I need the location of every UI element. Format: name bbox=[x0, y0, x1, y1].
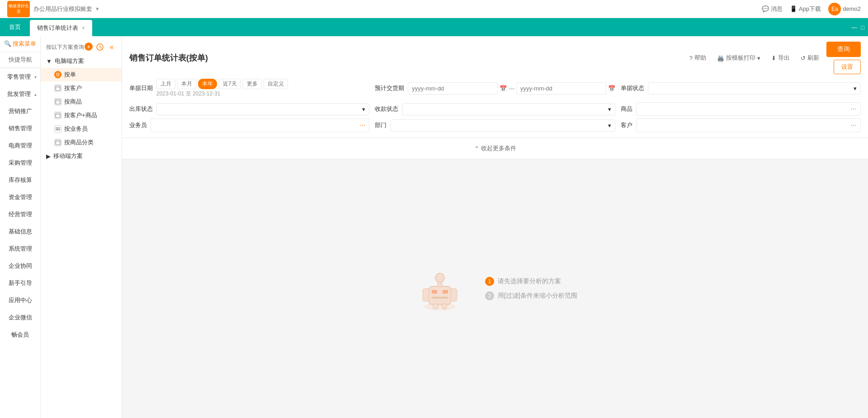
scheme-item-by-customer-goods[interactable]: 按客户+商品 bbox=[41, 109, 122, 122]
sidebar-item-wechat[interactable]: 企业微信 bbox=[0, 309, 40, 326]
collapse-icon: ⌃ bbox=[474, 145, 479, 152]
filter-row-2: 出库状态 ▾ 收款状态 ▾ bbox=[129, 102, 861, 116]
desktop-group-arrow: ▼ bbox=[46, 58, 52, 65]
date-controls: 上月 本月 本年 近7天 更多 自定义 2023-01-01 至 2023-12… bbox=[156, 79, 369, 98]
scheme-item-label-order: 按单 bbox=[64, 71, 76, 79]
sidebar-item-operation-label: 经营管理 bbox=[4, 210, 37, 218]
setting-btn[interactable]: 设置 bbox=[834, 60, 861, 74]
date-btn-custom[interactable]: 自定义 bbox=[264, 79, 288, 89]
scheme-edit-btn[interactable]: ✎ bbox=[95, 43, 104, 52]
scheme-item-by-goods[interactable]: 按商品 bbox=[41, 95, 122, 109]
department-label: 部门 bbox=[375, 121, 387, 129]
btn-group: 查询 设置 bbox=[826, 42, 861, 74]
tab-home-label: 首页 bbox=[9, 23, 21, 31]
scheme-panel: 按以下方案查询 + ✎ « ▼ 电脑端方案 按 按单 bbox=[41, 36, 122, 418]
collection-select[interactable]: ▾ bbox=[402, 103, 615, 115]
sidebar-item-operation[interactable]: 经营管理 bbox=[0, 206, 40, 223]
sidebar-item-wholesale[interactable]: 批发管理 ▴ bbox=[0, 86, 40, 103]
empty-state-container: 1 请先选择要分析的方案 2 用[过滤]条件来缩小分析范围 bbox=[413, 261, 577, 316]
refresh-btn[interactable]: ↺ 刷新 bbox=[797, 52, 823, 64]
user-profile-btn[interactable]: Ea demo2 bbox=[828, 3, 861, 15]
tab-close-btn[interactable]: × bbox=[82, 25, 85, 31]
message-btn[interactable]: 💬 消息 bbox=[762, 5, 783, 13]
desktop-scheme-title[interactable]: ▼ 电脑端方案 bbox=[41, 54, 122, 68]
print-btn[interactable]: 🖨️ 按模板打印 ▾ bbox=[713, 52, 764, 64]
goods-select[interactable]: ··· bbox=[636, 102, 861, 116]
order-status-select[interactable]: ▾ bbox=[648, 82, 861, 95]
sidebar-item-inventory-label: 库存核算 bbox=[4, 176, 37, 184]
date-btn-more[interactable]: 更多 bbox=[243, 79, 262, 89]
goods-dots[interactable]: ··· bbox=[851, 105, 857, 113]
export-icon: ⬇ bbox=[771, 55, 776, 62]
export-btn[interactable]: ⬇ 导出 bbox=[768, 52, 793, 64]
scheme-item-by-salesperson[interactable]: 按业务员 bbox=[41, 122, 122, 136]
scheme-collapse-btn[interactable]: « bbox=[107, 43, 116, 52]
scheme-add-btn[interactable]: + bbox=[85, 43, 93, 51]
sidebar-item-ecommerce[interactable]: 电商管理 bbox=[0, 137, 40, 154]
sidebar-item-system[interactable]: 系统管理 bbox=[0, 240, 40, 257]
sidebar-item-marketing[interactable]: 营销推广 bbox=[0, 103, 40, 120]
sidebar-item-finance[interactable]: 资金管理 bbox=[0, 189, 40, 206]
svg-rect-9 bbox=[56, 129, 60, 130]
tab-active[interactable]: 销售订单统计表 × bbox=[30, 20, 92, 36]
scheme-item-by-customer[interactable]: 按客户 bbox=[41, 81, 122, 95]
scheme-item-label-category: 按商品分类 bbox=[64, 138, 94, 147]
sidebar-item-apps[interactable]: 应用中心 bbox=[0, 292, 40, 309]
window-maximize-btn[interactable]: □ bbox=[861, 24, 864, 31]
filter-goods: 商品 ··· bbox=[621, 102, 861, 116]
expected-delivery-label: 预计交货期 bbox=[375, 84, 404, 92]
tabbar-window-controls: — □ bbox=[851, 24, 868, 31]
scheme-panel-title: 按以下方案查询 bbox=[46, 43, 84, 51]
sidebar-item-inventory[interactable]: 库存核算 bbox=[0, 171, 40, 189]
filter-customer: 客户 ··· bbox=[621, 119, 861, 132]
expected-delivery-end[interactable] bbox=[516, 82, 606, 95]
customer-dots[interactable]: ··· bbox=[851, 121, 857, 129]
mobile-scheme-title[interactable]: ▶ 移动端方案 bbox=[41, 149, 122, 163]
date-btn-last-month[interactable]: 上月 bbox=[156, 79, 175, 89]
sidebar-item-purchase[interactable]: 采购管理 bbox=[0, 154, 40, 171]
scheme-item-by-category[interactable]: 按商品分类 bbox=[41, 136, 122, 149]
sidebar-item-member[interactable]: 畅会员 bbox=[0, 326, 40, 343]
tab-home[interactable]: 首页 bbox=[0, 18, 30, 36]
sidebar-item-guide[interactable]: 新手引导 bbox=[0, 275, 40, 292]
sidebar-item-member-label: 畅会员 bbox=[4, 331, 37, 339]
empty-hint-1: 1 请先选择要分析的方案 bbox=[485, 277, 561, 286]
sidebar-search-label: 搜索菜单 bbox=[13, 40, 36, 47]
department-select[interactable]: ▾ bbox=[390, 119, 615, 132]
mobile-scheme-group: ▶ 移动端方案 bbox=[41, 149, 122, 163]
expected-delivery-date-group: 📅 — 📅 bbox=[408, 82, 615, 95]
scheme-item-by-order[interactable]: 按 按单 bbox=[41, 68, 122, 81]
salesperson-dots[interactable]: ··· bbox=[359, 121, 365, 129]
sidebar-item-ecommerce-label: 电商管理 bbox=[4, 142, 37, 150]
sidebar-item-marketing-label: 营销推广 bbox=[4, 107, 37, 115]
shipment-select[interactable]: ▾ bbox=[156, 103, 369, 115]
scheme-item-label-goods: 按商品 bbox=[64, 98, 82, 106]
sidebar-item-basic[interactable]: 基础信息 bbox=[0, 223, 40, 240]
sidebar-search[interactable]: 🔍 搜索菜单 bbox=[0, 36, 40, 52]
search-btn[interactable]: 查询 bbox=[826, 42, 861, 57]
sidebar-shortcut[interactable]: 快捷导航 bbox=[0, 52, 40, 68]
sidebar-item-retail[interactable]: 零售管理 ▾ bbox=[0, 68, 40, 86]
sidebar-item-enterprise[interactable]: 企业协同 bbox=[0, 257, 40, 275]
main-content: 销售订单统计表(按单) ? 帮助 🖨️ 按模板打印 ▾ ⬇ bbox=[122, 36, 868, 418]
sidebar-item-retail-label: 零售管理 bbox=[4, 73, 34, 81]
sidebar-item-purchase-label: 采购管理 bbox=[4, 159, 37, 167]
customer-select[interactable]: ··· bbox=[636, 119, 861, 132]
collapse-btn[interactable]: ⌃ 收起更多条件 bbox=[471, 141, 520, 156]
scheme-item-icon-order: 按 bbox=[54, 71, 61, 78]
salesperson-select[interactable]: ··· bbox=[151, 119, 369, 132]
help-btn[interactable]: ? 帮助 bbox=[686, 52, 710, 64]
sidebar-item-finance-label: 资金管理 bbox=[4, 193, 37, 201]
sidebar-item-sales[interactable]: 销售管理 bbox=[0, 120, 40, 137]
window-minimize-btn[interactable]: — bbox=[851, 24, 857, 31]
date-btn-this-month[interactable]: 本月 bbox=[177, 79, 196, 89]
date-btn-7days[interactable]: 近7天 bbox=[219, 79, 241, 89]
app-download-btn[interactable]: 📱 App下载 bbox=[790, 5, 821, 13]
date-range-text: 2023-01-01 至 2023-12-31 bbox=[156, 90, 369, 98]
date-btn-this-year[interactable]: 本年 bbox=[198, 79, 217, 89]
sidebar-item-wechat-label: 企业微信 bbox=[4, 314, 37, 322]
print-icon: 🖨️ bbox=[717, 55, 724, 62]
expected-delivery-start[interactable] bbox=[408, 82, 498, 95]
sidebar-wholesale-arrow: ▴ bbox=[34, 92, 37, 97]
topbar-dropdown-icon[interactable]: ▾ bbox=[96, 5, 99, 12]
